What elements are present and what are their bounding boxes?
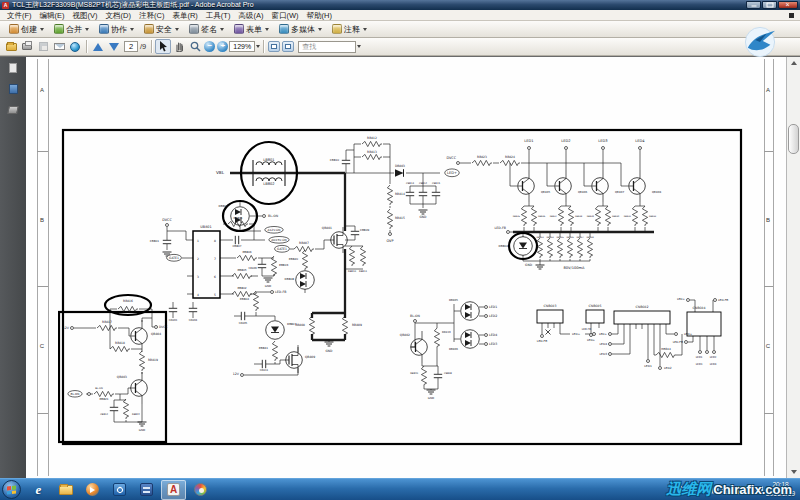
- terminal: [602, 147, 605, 150]
- previous-page-button[interactable]: [90, 39, 106, 54]
- bookmarks-panel-icon[interactable]: [6, 82, 20, 96]
- schematic-label: DB804: [499, 244, 509, 248]
- schematic-box: [687, 312, 721, 336]
- next-page-button[interactable]: [106, 39, 122, 54]
- terminal: [389, 233, 392, 236]
- navigation-panel-bar: [0, 57, 26, 478]
- close-button[interactable]: [778, 1, 798, 9]
- minimize-button[interactable]: [746, 1, 761, 9]
- title-bar[interactable]: A TCL王牌L32F3309B(MS82PT机芯)液晶彩电主板图纸.pdf -…: [0, 0, 800, 10]
- pages-panel-icon[interactable]: [6, 61, 20, 75]
- menu-item-5[interactable]: 表单(R): [168, 10, 201, 21]
- schematic-label: BL-ON: [95, 387, 103, 390]
- zoom-level-value[interactable]: 129%: [229, 41, 255, 52]
- task-button-label: 创建: [21, 24, 37, 35]
- open-button[interactable]: [3, 39, 19, 54]
- taskbar-explorer-icon[interactable]: [53, 480, 78, 500]
- zoom-dropdown-icon[interactable]: [256, 45, 260, 48]
- task-button-label: 合并: [66, 24, 82, 35]
- zoom-in-button[interactable]: +: [217, 41, 228, 52]
- schematic-label: RB844: [661, 347, 671, 351]
- scroll-down-arrow[interactable]: [788, 466, 800, 478]
- task-button-创建[interactable]: 创建: [4, 22, 49, 37]
- maximize-button[interactable]: [762, 1, 777, 9]
- taskbar-acrobat-icon[interactable]: A: [161, 480, 186, 500]
- select-tool-button[interactable]: [155, 39, 171, 54]
- start-button[interactable]: [2, 480, 21, 499]
- watermark-cn-text: 迅维网: [666, 480, 711, 499]
- taskbar-movie-maker-icon[interactable]: [134, 480, 159, 500]
- document-restore-icon[interactable]: [789, 13, 794, 18]
- menu-item-3[interactable]: 文档(D): [102, 10, 135, 21]
- schematic-label: 3: [197, 275, 199, 279]
- schematic-wire: [656, 352, 676, 357]
- schematic-label: LED1: [644, 364, 652, 368]
- schematic-label: RB813: [367, 150, 377, 154]
- schematic-label: 5: [214, 293, 216, 297]
- hand-tool-button[interactable]: [171, 39, 187, 54]
- menu-item-8[interactable]: 窗口(W): [267, 10, 302, 21]
- find-dropdown-icon[interactable]: [357, 45, 361, 48]
- layers-panel-icon[interactable]: [6, 103, 20, 117]
- schematic-wire: [115, 388, 131, 394]
- acrobat-window: A TCL王牌L32F3309B(MS82PT机芯)液晶彩电主板图纸.pdf -…: [0, 0, 800, 500]
- menu-item-9[interactable]: 帮助(H): [303, 10, 336, 21]
- schematic-wire: [167, 231, 193, 240]
- email-button[interactable]: [51, 39, 67, 54]
- menu-item-4[interactable]: 注释(C): [135, 10, 168, 21]
- scrollbar-thumb[interactable]: [788, 124, 799, 154]
- page-display-button[interactable]: [268, 41, 280, 52]
- schematic-wire: [642, 206, 647, 226]
- explorer-icon: [59, 485, 73, 495]
- menu-item-0[interactable]: 文件(F): [3, 10, 36, 21]
- schematic-label: GND: [525, 263, 533, 267]
- save-button[interactable]: [35, 39, 51, 54]
- menu-item-7[interactable]: 高级(A): [234, 10, 267, 21]
- task-button-注释[interactable]: 注释: [327, 22, 372, 37]
- task-button-表单[interactable]: 表单: [229, 22, 274, 37]
- zoom-marquee-button[interactable]: [187, 39, 203, 54]
- taskbar-messenger-icon[interactable]: [107, 480, 132, 500]
- schematic-label: LED1: [524, 139, 533, 143]
- schematic-wire: [136, 372, 143, 386]
- document-page[interactable]: VBLLB801LB802RB812RB813CB810DB803LED+RB8…: [26, 57, 786, 478]
- task-button-协作[interactable]: 协作: [94, 22, 139, 37]
- terminal: [485, 343, 488, 346]
- diode: [465, 312, 471, 318]
- full-screen-button[interactable]: [282, 41, 294, 52]
- vertical-scrollbar[interactable]: [786, 57, 800, 478]
- task-button-签名[interactable]: 签名: [184, 22, 229, 37]
- print-button[interactable]: [19, 39, 35, 54]
- schematic-label: DVCC: [446, 156, 456, 160]
- zoom-out-button[interactable]: −: [204, 41, 215, 52]
- task-button-安全[interactable]: 安全: [139, 22, 184, 37]
- scroll-up-arrow[interactable]: [788, 57, 800, 69]
- schematic-label: CNB602: [636, 305, 649, 309]
- menu-item-6[interactable]: 工具(T): [202, 10, 235, 21]
- taskbar-ie-icon[interactable]: e: [26, 480, 51, 500]
- schematic-label: RB840: [410, 372, 418, 375]
- task-button-多媒体[interactable]: 多媒体: [274, 22, 327, 37]
- task-button-合并[interactable]: 合并: [49, 22, 94, 37]
- schematic-label: LED1: [489, 305, 497, 309]
- terminal: [528, 147, 531, 150]
- menu-item-1[interactable]: 编辑(E): [36, 10, 69, 21]
- share-button[interactable]: [67, 39, 83, 54]
- schematic-wire: [94, 391, 114, 396]
- schematic-wire: [521, 206, 526, 226]
- page-number-input[interactable]: [124, 41, 138, 52]
- schematic-label: RB814: [395, 192, 405, 196]
- menu-bar: 文件(F)编辑(E)视图(V)文档(D)注释(C)表单(R)工具(T)高级(A)…: [0, 10, 800, 21]
- schematic-wire: [523, 189, 530, 203]
- menu-item-2[interactable]: 视图(V): [69, 10, 102, 21]
- taskbar-wmp-icon[interactable]: [80, 480, 105, 500]
- page-total-label: /9: [140, 42, 146, 51]
- zone-letter-C-right: C: [763, 343, 773, 349]
- taskbar-paint-icon[interactable]: [188, 480, 213, 500]
- diode: [300, 281, 306, 287]
- schematic-label: RB824: [505, 155, 515, 159]
- diode: [519, 243, 527, 249]
- dropdown-caret-icon: [40, 28, 44, 31]
- find-input[interactable]: [298, 41, 356, 53]
- open-folder-icon: [6, 43, 17, 51]
